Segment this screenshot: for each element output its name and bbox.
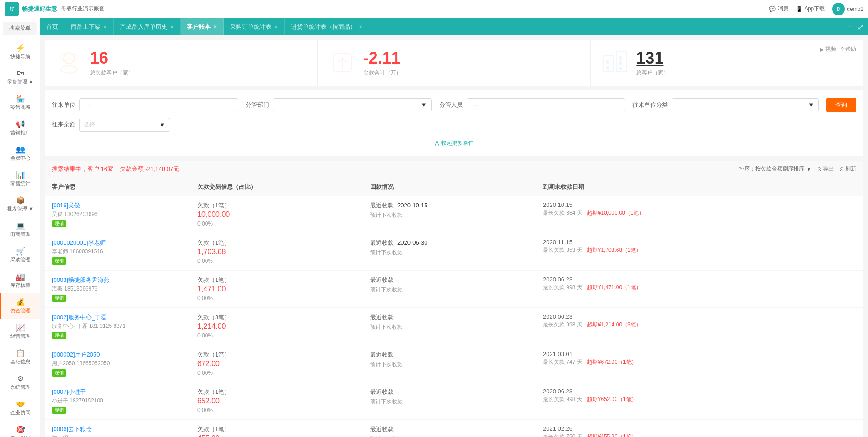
customer-name-6[interactable]: [0006]去下粮仓 — [52, 426, 92, 432]
debt-info-4: 欠款（1笔） 672.00 0.00% — [197, 351, 370, 376]
overdue-link-5[interactable]: 超期¥652.00（1笔） — [587, 396, 637, 402]
sidebar-item-marketing[interactable]: 📢 营销推广 — [0, 115, 40, 141]
customer-name-5[interactable]: [0007]小进干 — [52, 388, 86, 395]
manager-label: 分管人员 — [439, 101, 463, 109]
tab-home[interactable]: 首页 — [40, 23, 65, 31]
video-help-btn[interactable]: ▶ 视频 — [820, 45, 836, 53]
export-btn[interactable]: ⊙ 导出 — [817, 165, 834, 173]
unit-category-input[interactable]: ▼ — [672, 98, 819, 111]
debt-amount-4[interactable]: 672.00 — [197, 360, 370, 368]
tab-close-purchase-order[interactable]: ✕ — [274, 25, 278, 30]
debt-count-5: 欠款（1笔） — [197, 388, 370, 396]
overdue-info-6: 2021.02.26 最长欠款 750 天 超期¥455.90（1笔） — [543, 425, 856, 437]
customer-name-4[interactable]: [000002]用户2050 — [52, 351, 100, 358]
debt-ratio-0: 0.00% — [197, 221, 370, 227]
unit-category-label: 往来单位分类 — [632, 101, 668, 109]
balance-input[interactable]: 选择... ▼ — [79, 118, 170, 132]
customer-name-2[interactable]: [0003]畅捷服务尹海燕 — [52, 276, 110, 283]
recovery-info-6: 最近收款 预计下次收款 — [370, 425, 543, 437]
sidebar-item-batch-mgmt[interactable]: 📦 批发管理 ▼ — [0, 191, 40, 217]
sidebar-item-purchase[interactable]: 🛒 采购管理 — [0, 242, 40, 268]
filter-area: 往来单位 ··· 分管部门 ▼ — [45, 90, 863, 156]
sidebar-item-operations[interactable]: 📈 经营管理 — [0, 319, 40, 344]
sidebar-item-enterprise[interactable]: 🤝 企业协同 — [0, 395, 40, 421]
table-body: [0016]吴俊 吴俊 13026203696 现销 欠款（1笔） 10,000… — [45, 196, 863, 437]
sort-dropdown[interactable]: 排序：按欠款金额倒序排序 ▼ — [739, 165, 812, 173]
search-menu-btn[interactable]: 搜索菜单 — [3, 22, 37, 35]
tab-close-purchase-stats[interactable]: ✕ — [359, 25, 362, 30]
tab-purchase-order[interactable]: 采购订单统计表 ✕ — [224, 18, 285, 35]
app-download-btn[interactable]: 📱 App下载 — [796, 5, 825, 13]
sidebar-item-ecommerce[interactable]: 💻 电商管理 — [0, 217, 40, 242]
member-icon: 👥 — [4, 145, 37, 154]
filter-row-1: 往来单位 ··· 分管部门 ▼ — [52, 98, 856, 112]
collapse-btn[interactable]: ⋀ 收起更多条件 — [433, 137, 476, 149]
debt-amount-3[interactable]: 1,214.00 — [197, 322, 370, 331]
tab-customer-account[interactable]: 客户账本 ✕ — [181, 18, 224, 35]
sidebar-item-finance[interactable]: 💰 资金管理 — [0, 293, 40, 319]
debt-amount-5[interactable]: 652.00 — [197, 397, 370, 405]
customer-phone-3: 服务中心_丁磊 181 0125 8371 — [52, 322, 197, 330]
sidebar-item-warehouse[interactable]: 🏭 库存核算 — [0, 268, 40, 293]
top-bar: 好 畅捷通好生意 母婴行业演示账套 💬 消息 📱 App下载 D demo2 — [0, 0, 868, 18]
sidebar-item-basics[interactable]: 📋 基础信息 — [0, 344, 40, 370]
overdue-link-4[interactable]: 超期¥672.00（1笔） — [587, 359, 637, 365]
manager-input[interactable]: ··· — [467, 98, 626, 111]
overdue-link-1[interactable]: 超期¥1,703.68（1笔） — [587, 247, 642, 253]
customer-name-0[interactable]: [0016]吴俊 — [52, 202, 80, 209]
sidebar-search-area: 搜索菜单 — [0, 18, 40, 39]
debt-count-1: 欠款（1笔） — [197, 239, 370, 247]
tab-purchase-stats[interactable]: 进货单统计表（按商品） ✕ — [285, 18, 369, 35]
tab-maximize-btn[interactable]: ⤢ — [858, 23, 863, 31]
tab-close-product-history[interactable]: ✕ — [170, 25, 174, 30]
export-icon: ⊙ — [817, 166, 822, 172]
sidebar-item-quick-nav[interactable]: ⚡ 快捷导航 — [0, 39, 40, 65]
overdue-link-0[interactable]: 超期¥10,000.00（1笔） — [587, 210, 645, 216]
help-btn[interactable]: ? 帮助 — [841, 45, 856, 53]
sidebar-item-retail-mall[interactable]: 🏪 零售商城 — [0, 90, 40, 115]
debt-amount-6[interactable]: 455.90 — [197, 434, 370, 437]
tab-product-shelf[interactable]: 商品上下架 ✕ — [65, 18, 114, 35]
dept-input[interactable]: ▼ — [273, 98, 432, 111]
customer-phone-5: 小进干 18279152100 — [52, 397, 197, 405]
tab-minimize-btn[interactable]: － — [847, 22, 854, 32]
user-menu[interactable]: D demo2 — [832, 3, 863, 15]
table-row: [0001020001]李老师 李老师 18600391516 现销 欠款（1笔… — [45, 233, 863, 271]
debt-info-2: 欠款（1笔） 1,471.00 0.00% — [197, 276, 370, 301]
tab-close-customer-account[interactable]: ✕ — [213, 25, 217, 30]
table-row: [0007]小进干 小进干 18279152100 现销 欠款（1笔） 652.… — [45, 382, 863, 420]
debt-amount-icon — [329, 49, 356, 76]
balance-dropdown-icon: ▼ — [159, 121, 165, 128]
message-btn[interactable]: 💬 消息 — [769, 5, 788, 13]
tab-product-history[interactable]: 产成品入库单历史 ✕ — [114, 18, 181, 35]
balance-label: 往来余额 — [52, 121, 75, 129]
collapse-row: ⋀ 收起更多条件 — [52, 137, 856, 149]
customer-name-3[interactable]: [0002]服务中心_丁磊 — [52, 314, 107, 321]
debt-amount-0[interactable]: 10,000.00 — [197, 211, 370, 219]
sidebar-item-newbie[interactable]: 🎯 新手引导 — [0, 421, 40, 437]
customer-name-1[interactable]: [0001020001]李老师 — [52, 239, 106, 246]
customer-info-4: [000002]用户2050 用户2050 18665062050 现销 — [52, 351, 197, 377]
sidebar-item-system[interactable]: ⚙ 系统管理 — [0, 370, 40, 395]
svg-point-1 — [61, 66, 77, 73]
debt-count-2: 欠款（1笔） — [197, 276, 370, 284]
sort-dropdown-icon: ▼ — [806, 166, 812, 172]
recovery-info-1: 最近收款 2020-06-30 预计下次收款 — [370, 239, 543, 256]
debt-amount-1[interactable]: 1,703.68 — [197, 248, 370, 256]
tab-close-product-shelf[interactable]: ✕ — [103, 25, 107, 30]
source-unit-input[interactable]: ··· — [79, 98, 238, 111]
warehouse-icon: 🏭 — [4, 272, 37, 281]
sidebar-item-retail-mgmt[interactable]: 🛍 零售管理 ▲ — [0, 65, 40, 90]
ecommerce-icon: 💻 — [4, 221, 37, 230]
sidebar-item-member[interactable]: 👥 会员中心 — [0, 141, 40, 166]
overdue-link-6[interactable]: 超期¥455.90（1笔） — [587, 433, 637, 437]
refresh-btn[interactable]: ⊙ 刷新 — [839, 165, 856, 173]
debt-amount-2[interactable]: 1,471.00 — [197, 285, 370, 293]
overdue-link-2[interactable]: 超期¥1,471.00（1笔） — [587, 284, 642, 291]
sidebar-item-retail-stats[interactable]: 📊 零售统计 — [0, 166, 40, 191]
app-name: 畅捷通好生意 — [22, 5, 57, 13]
app-subtitle: 母婴行业演示账套 — [61, 5, 105, 13]
overdue-link-3[interactable]: 超期¥1,214.00（3笔） — [587, 321, 642, 328]
search-btn[interactable]: 查询 — [826, 98, 856, 112]
topbar-right: 💬 消息 📱 App下载 D demo2 — [769, 3, 863, 15]
